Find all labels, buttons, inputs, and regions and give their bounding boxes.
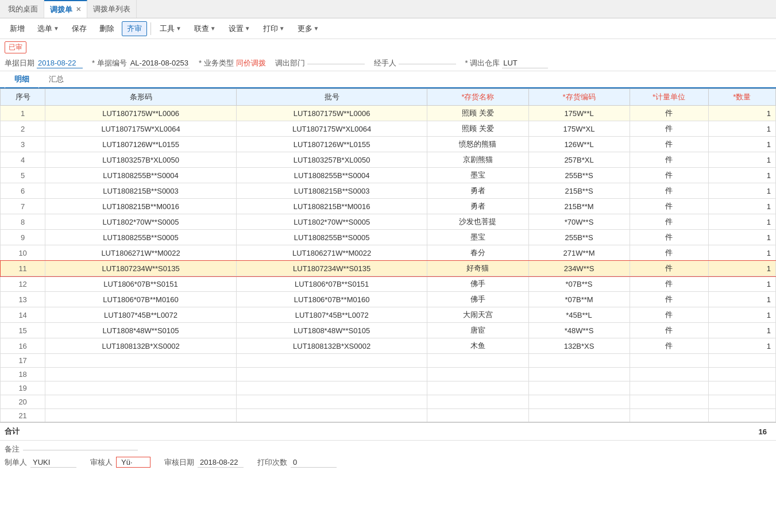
table-row[interactable]: 19 — [1, 381, 776, 395]
cell-code — [528, 368, 630, 381]
cell-seq: 1 — [1, 106, 45, 121]
cell-code: 126W**L — [528, 137, 630, 152]
table-row[interactable]: 16LUT1808132B*XS0002LUT1808132B*XS0002木鱼… — [1, 338, 776, 354]
table-row[interactable]: 4LUT1803257B*XL0050LUT1803257B*XL0050京剧熊… — [1, 152, 776, 168]
approver-label: 审核人 — [90, 457, 113, 468]
cell-qty: 1 — [708, 168, 775, 183]
cell-barcode: LUT1807126W**L0155 — [45, 137, 237, 152]
approver-field: 审核人 Yü· — [90, 457, 150, 468]
col-header-qty: *数量 — [708, 89, 775, 106]
cell-name — [427, 368, 528, 381]
delete-label: 删除 — [99, 24, 114, 34]
tools-button[interactable]: 工具 ▼ — [155, 21, 187, 36]
tab-order-list[interactable]: 调拨单列表 — [87, 0, 137, 18]
handler-value[interactable] — [399, 63, 456, 64]
link-arrow-icon: ▼ — [210, 25, 216, 32]
cell-unit: 件 — [630, 199, 708, 214]
tab-order[interactable]: 调拨单 ✕ — [44, 0, 87, 18]
order-no-value[interactable]: AL-2018-08-0253 — [129, 58, 190, 68]
cell-unit: 件 — [630, 323, 708, 338]
table-row[interactable]: 20 — [1, 395, 776, 409]
col-header-barcode: 条形码 — [45, 89, 237, 106]
table-row[interactable]: 3LUT1807126W**L0155LUT1807126W**L0155愤怒的… — [1, 137, 776, 152]
cell-name: 好奇猫 — [427, 261, 528, 276]
cell-name: 勇者 — [427, 199, 528, 214]
tab-order-close[interactable]: ✕ — [76, 6, 81, 13]
table-row[interactable]: 13LUT1806*07B**M0160LUT1806*07B**M0160佛手… — [1, 292, 776, 307]
table-row[interactable]: 14LUT1807*45B**L0072LUT1807*45B**L0072大闹… — [1, 307, 776, 323]
print-button[interactable]: 打印 ▼ — [258, 21, 290, 36]
more-arrow-icon: ▼ — [314, 25, 319, 32]
approve-button[interactable]: 齐审 — [122, 21, 147, 36]
table-row[interactable]: 10LUT1806271W**M0022LUT1806271W**M0022春分… — [1, 245, 776, 261]
bottom-form-row-1: 备注 — [5, 444, 771, 454]
cell-barcode — [45, 381, 237, 395]
cell-qty: 1 — [708, 106, 775, 121]
note-value[interactable] — [23, 449, 138, 450]
cell-code: 255B**S — [528, 230, 630, 245]
warehouse-value[interactable]: LUT — [502, 58, 548, 68]
cell-barcode: LUT1808255B**S0004 — [45, 168, 237, 183]
separator-1 — [150, 22, 151, 35]
date-value[interactable]: 2018-08-22 — [37, 58, 83, 68]
table-row[interactable]: 18 — [1, 368, 776, 381]
cell-unit: 件 — [630, 168, 708, 183]
tab-order-label: 调拨单 — [50, 5, 72, 15]
biz-type-value[interactable]: 同价调拨 — [236, 58, 266, 68]
settings-button[interactable]: 设置 ▼ — [223, 21, 256, 36]
link-button[interactable]: 联查 ▼ — [189, 21, 221, 36]
table-row[interactable]: 6LUT1808215B**S0003LUT1808215B**S0003勇者2… — [1, 183, 776, 199]
link-label: 联查 — [194, 24, 209, 34]
cell-unit: 件 — [630, 152, 708, 168]
table-row[interactable]: 7LUT1808215B**M0016LUT1808215B**M0016勇者2… — [1, 199, 776, 214]
table-row[interactable]: 1LUT1807175W**L0006LUT1807175W**L0006照顾 … — [1, 106, 776, 121]
table-row[interactable]: 12LUT1806*07B**S0151LUT1806*07B**S0151佛手… — [1, 276, 776, 292]
cell-barcode — [45, 354, 237, 368]
delete-button[interactable]: 删除 — [94, 21, 119, 36]
cell-batch: LUT1807234W**S0135 — [236, 261, 427, 276]
tab-home[interactable]: 我的桌面 — [2, 0, 44, 18]
cell-code: 257B*XL — [528, 152, 630, 168]
cell-seq: 15 — [1, 323, 45, 338]
select-button[interactable]: 选单 ▼ — [32, 21, 64, 36]
tab-detail[interactable]: 明细 — [5, 71, 39, 88]
table-row[interactable]: 15LUT1808*48W**S0105LUT1808*48W**S0105唐宦… — [1, 323, 776, 338]
cell-batch — [236, 409, 427, 422]
save-button[interactable]: 保存 — [67, 21, 92, 36]
more-button[interactable]: 更多 ▼ — [292, 21, 325, 36]
cell-code: 255B**S — [528, 168, 630, 183]
cell-qty: 1 — [708, 276, 775, 292]
col-header-seq: 序号 — [1, 89, 45, 106]
cell-batch: LUT1807175W*XL0064 — [236, 121, 427, 137]
cell-code: 175W*XL — [528, 121, 630, 137]
note-label: 备注 — [5, 444, 20, 454]
dept-value[interactable] — [307, 63, 365, 64]
cell-qty: 1 — [708, 245, 775, 261]
cell-code: 215B**S — [528, 183, 630, 199]
table-row[interactable]: 21 — [1, 409, 776, 422]
settings-arrow-icon: ▼ — [245, 25, 250, 32]
table-row[interactable]: 8LUT1802*70W**S0005LUT1802*70W**S0005沙发也… — [1, 214, 776, 230]
cell-name — [427, 395, 528, 409]
table-row[interactable]: 5LUT1808255B**S0004LUT1808255B**S0004墨宝2… — [1, 168, 776, 183]
note-field: 备注 — [5, 444, 138, 454]
cell-batch — [236, 354, 427, 368]
cell-barcode: LUT1808215B**M0016 — [45, 199, 237, 214]
cell-seq: 18 — [1, 368, 45, 381]
table-row[interactable]: 2LUT1807175W*XL0064LUT1807175W*XL0064照顾 … — [1, 121, 776, 137]
settings-label: 设置 — [229, 24, 244, 34]
cell-qty: 1 — [708, 199, 775, 214]
table-row[interactable]: 17 — [1, 354, 776, 368]
cell-name — [427, 354, 528, 368]
table-row[interactable]: 11LUT1807234W**S0135LUT1807234W**S0135好奇… — [1, 261, 776, 276]
cell-qty — [708, 354, 775, 368]
cell-qty: 1 — [708, 214, 775, 230]
cell-qty: 1 — [708, 152, 775, 168]
approver-value[interactable]: Yü· — [116, 457, 150, 468]
table-header-row: 序号 条形码 批号 *存货名称 *存货编码 *计量单位 *数量 — [1, 89, 776, 106]
tab-summary[interactable]: 汇总 — [39, 71, 74, 87]
print-count-label: 打印次数 — [257, 457, 287, 468]
new-button[interactable]: 新增 — [5, 21, 30, 36]
date-label: 单据日期 — [5, 58, 34, 68]
table-row[interactable]: 9LUT1808255B**S0005LUT1808255B**S0005墨宝2… — [1, 230, 776, 245]
